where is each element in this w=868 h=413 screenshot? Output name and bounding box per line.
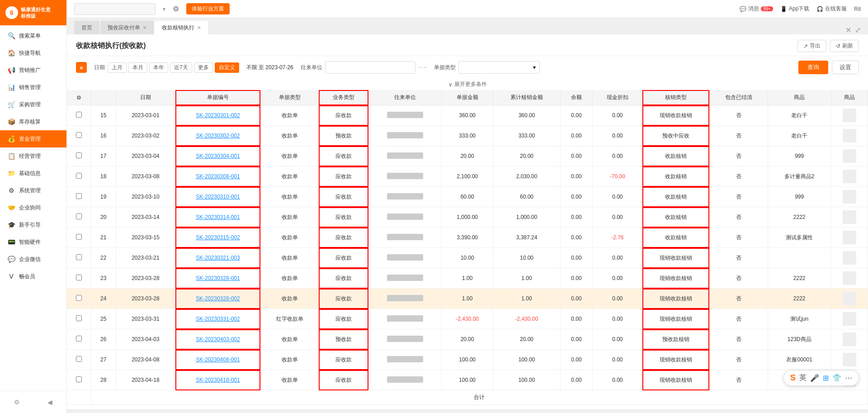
sidebar-item-sales[interactable]: 📊销售管理 [0, 79, 66, 96]
th-balance[interactable]: 余额 [560, 90, 593, 105]
td-checkbox[interactable] [67, 187, 91, 207]
filter-date-prev-month[interactable]: 上月 [108, 62, 127, 73]
sidebar-item-guide[interactable]: 🎓新手引导 [0, 216, 66, 233]
voucher-link[interactable]: SK-20230331-002 [196, 316, 240, 322]
sidebar-item-hardware[interactable]: 📟智能硬件 [0, 233, 66, 251]
topbar-solution-button[interactable]: 体验行业方案 [186, 3, 230, 14]
voucher-link[interactable]: SK-20230328-001 [196, 275, 240, 281]
filter-party-more-icon[interactable]: ··· [418, 63, 427, 71]
sidebar-item-quicknav[interactable]: 🏠快捷导航 [0, 44, 66, 62]
filter-date-7days[interactable]: 近7天 [170, 62, 192, 73]
td-checkbox[interactable] [67, 350, 91, 370]
td-voucher-no[interactable]: SK-20230302-002 [175, 126, 261, 146]
sidebar-item-base[interactable]: 📁基础信息 [0, 165, 66, 182]
td-checkbox[interactable] [67, 289, 91, 309]
td-voucher-no[interactable]: SK-20230328-002 [175, 289, 261, 309]
voucher-link[interactable]: SK-20230418-001 [196, 377, 240, 383]
td-checkbox[interactable] [67, 329, 91, 350]
td-voucher-no[interactable]: SK-20230331-002 [175, 309, 261, 329]
filter-expand-more-row[interactable]: ∨ 展开更多条件 [67, 79, 868, 90]
filter-voucher-type-select[interactable]: ▾ [458, 61, 540, 74]
topbar-gear-icon[interactable]: ⚙ [173, 5, 179, 13]
th-biz-type[interactable]: 业务类型 [319, 90, 368, 105]
topbar-dropdown-icon[interactable]: ▾ [163, 6, 165, 12]
export-button[interactable]: ↗ 导出 [797, 40, 826, 52]
filter-party-input[interactable] [325, 61, 415, 74]
sidebar-item-purchase[interactable]: 🛒采购管理 [0, 96, 66, 113]
th-include-settled[interactable]: 包含已结清 [709, 90, 768, 105]
th-date[interactable]: 日期 [116, 90, 175, 105]
row-checkbox[interactable] [76, 193, 82, 199]
row-checkbox[interactable] [76, 295, 82, 301]
th-goods2[interactable]: 商品 [831, 90, 868, 105]
voucher-link[interactable]: SK-20230304-001 [196, 153, 240, 159]
sidebar-item-enterprise[interactable]: 🤝企业协同 [0, 199, 66, 216]
th-party[interactable]: 往来单位 [368, 90, 441, 105]
tab-receivable-close-icon[interactable]: × [143, 24, 146, 31]
row-checkbox[interactable] [76, 152, 82, 158]
sidebar-settings-icon[interactable]: ⚙ [10, 395, 24, 409]
tab-home[interactable]: 首页 [74, 21, 99, 34]
td-voucher-no[interactable]: SK-20230328-001 [175, 268, 261, 289]
row-checkbox[interactable] [76, 254, 82, 260]
topbar-search-input[interactable] [74, 3, 156, 15]
sidebar-item-inventory[interactable]: 📦库存核算 [0, 113, 66, 130]
th-amount[interactable]: 单据金额 [442, 90, 493, 105]
td-voucher-no[interactable]: SK-20230403-002 [175, 329, 261, 350]
td-checkbox[interactable] [67, 146, 91, 166]
row-checkbox[interactable] [76, 336, 82, 342]
tab-cancellation[interactable]: 收款核销执行 × [155, 21, 208, 34]
td-checkbox[interactable] [67, 166, 91, 187]
topbar-app-download[interactable]: 📱 App下载 [780, 5, 809, 13]
td-voucher-no[interactable]: SK-20230315-002 [175, 228, 261, 248]
td-voucher-no[interactable]: SK-20230321-003 [175, 248, 261, 268]
sohu-more-icon[interactable]: ⋯ [845, 374, 852, 382]
td-checkbox[interactable] [67, 248, 91, 268]
filter-expand-button[interactable]: » [76, 62, 87, 73]
th-voucher-type[interactable]: 单据类型 [260, 90, 319, 105]
td-checkbox[interactable] [67, 126, 91, 146]
horizontal-scrollbar[interactable] [67, 409, 868, 413]
tabbar-close-icon[interactable]: ✕ [845, 26, 851, 34]
sidebar-item-operations[interactable]: 📋经营管理 [0, 147, 66, 165]
filter-date-this-year[interactable]: 本年 [149, 62, 168, 73]
th-total-cancel[interactable]: 累计核销金额 [493, 90, 560, 105]
td-voucher-no[interactable]: SK-20230408-001 [175, 350, 261, 370]
row-checkbox[interactable] [76, 132, 82, 138]
topbar-service[interactable]: 🎧 在线客服 [816, 5, 847, 13]
td-voucher-no[interactable]: SK-20230418-001 [175, 370, 261, 390]
row-checkbox[interactable] [76, 112, 82, 118]
td-voucher-no[interactable]: SK-20230301-002 [175, 105, 261, 126]
td-checkbox[interactable] [67, 228, 91, 248]
sohu-grid-icon[interactable]: ⊞ [823, 374, 829, 382]
voucher-link[interactable]: SK-20230301-002 [196, 112, 240, 119]
topbar-user[interactable]: Rit [854, 6, 861, 12]
voucher-link[interactable]: SK-20230403-002 [196, 336, 240, 342]
filter-date-custom[interactable]: 自定义 [215, 62, 239, 73]
td-voucher-no[interactable]: SK-20230304-001 [175, 146, 261, 166]
voucher-link[interactable]: SK-20230315-002 [196, 234, 240, 241]
voucher-link[interactable]: SK-20230408-001 [196, 356, 240, 363]
sohu-text-icon[interactable]: 英 [799, 373, 807, 383]
sidebar-item-member[interactable]: V畅会员 [0, 268, 66, 285]
td-checkbox[interactable] [67, 309, 91, 329]
th-voucher-no[interactable]: 单据编号 [175, 90, 261, 105]
filter-date-more[interactable]: 更多 [194, 62, 213, 73]
td-checkbox[interactable] [67, 370, 91, 390]
sidebar-item-marketing[interactable]: 📢营销推广 [0, 62, 66, 79]
td-voucher-no[interactable]: SK-20230314-001 [175, 207, 261, 228]
sidebar-item-wechat[interactable]: 💬企业微信 [0, 251, 66, 268]
voucher-link[interactable]: SK-20230308-001 [196, 173, 240, 180]
td-checkbox[interactable] [67, 207, 91, 228]
sidebar-collapse-icon[interactable]: ◀ [44, 395, 56, 409]
th-gear[interactable]: ⚙ [67, 90, 91, 105]
row-checkbox[interactable] [76, 214, 82, 219]
td-checkbox[interactable] [67, 105, 91, 126]
voucher-link[interactable]: SK-20230328-002 [196, 295, 240, 302]
td-voucher-no[interactable]: SK-20230308-001 [175, 166, 261, 187]
sidebar-item-system[interactable]: ⚙系统管理 [0, 182, 66, 199]
voucher-link[interactable]: SK-20230302-002 [196, 133, 240, 139]
sidebar-item-finance[interactable]: 💰资金管理 [0, 130, 66, 147]
sohu-shirt-icon[interactable]: 👕 [832, 374, 841, 382]
filter-settings-button[interactable]: 设置 [832, 61, 859, 74]
